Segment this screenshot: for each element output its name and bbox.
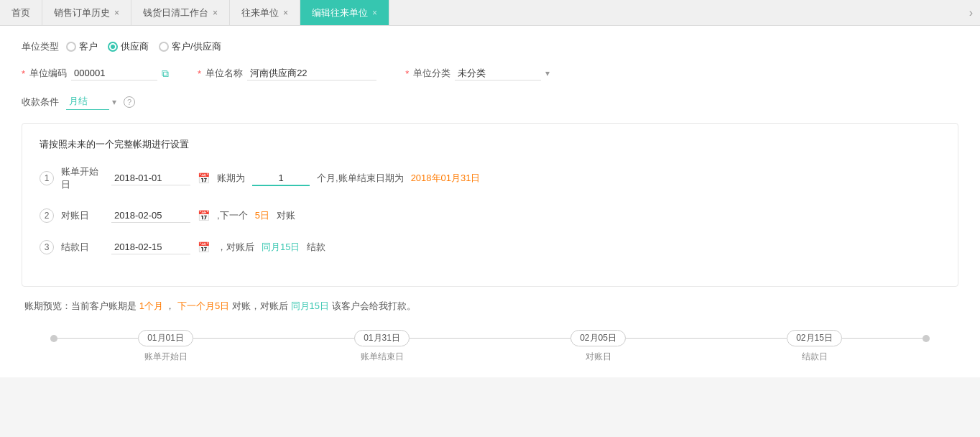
tab-edit-partner[interactable]: 编辑往来单位 × — [300, 0, 389, 25]
unit-info-row: * 单位编码 ⧉ * 单位名称 * 单位分类 ▾ — [22, 66, 958, 80]
timeline-node-3: 02月15日 — [787, 330, 842, 346]
period-start-label: 账单开始日 — [61, 165, 104, 191]
period-payment-prefix: ，对账后 — [217, 241, 254, 254]
period-num-2: 2 — [40, 208, 54, 223]
preview-part2: 下一个月5日 — [177, 300, 229, 311]
unit-category-dropdown-icon[interactable]: ▾ — [545, 68, 550, 78]
timeline-tag-0: 01月01日 — [138, 330, 193, 346]
unit-type-label: 单位类型 — [22, 40, 59, 53]
radio-supplier[interactable]: 供应商 — [108, 40, 149, 53]
period-num-3: 3 — [40, 240, 54, 254]
payment-condition-label: 收款条件 — [22, 96, 59, 109]
period-start-calendar-icon[interactable]: 📅 — [198, 172, 210, 184]
tab-home[interactable]: 首页 — [0, 0, 42, 25]
tab-edit-partner-label: 编辑往来单位 — [312, 6, 368, 19]
timeline-node-2: 02月05日 — [570, 330, 626, 346]
period-payment-label: 结款日 — [61, 241, 104, 254]
tl-label-3: 结款日 — [793, 351, 836, 363]
tab-partner-units-close[interactable]: × — [283, 8, 288, 18]
radio-customer-supplier-label: 客户/供应商 — [172, 40, 221, 53]
period-reconcile-suffix: 对账 — [277, 209, 295, 222]
tl-line-1 — [193, 338, 354, 339]
payment-condition-value[interactable]: 月结 — [66, 93, 109, 110]
unit-category-label: 单位分类 — [413, 67, 450, 80]
period-month-input[interactable] — [252, 171, 310, 186]
timeline-labels-row: 账单开始日 账单结束日 对账日 结款日 — [50, 351, 930, 363]
tab-edit-partner-close[interactable]: × — [372, 8, 377, 18]
tab-sales-history-close[interactable]: × — [114, 8, 119, 18]
tl-label-1: 账单结束日 — [361, 351, 404, 363]
tab-sales-history[interactable]: 销售订单历史 × — [42, 0, 131, 25]
period-payment-date-input[interactable] — [111, 240, 190, 254]
unit-category-field: * 单位分类 ▾ — [405, 66, 550, 80]
payment-condition-row: 收款条件 月结 ▾ ? — [22, 93, 958, 110]
main-content: 单位类型 客户 供应商 客户/供应商 * 单位编码 ⧉ * 单位名称 — [0, 26, 980, 377]
tab-sales-history-label: 销售订单历史 — [54, 6, 110, 19]
timeline-node-1: 01月31日 — [354, 330, 410, 346]
timeline-container: 01月01日 01月31日 02月05日 02月15日 — [22, 330, 958, 363]
period-reconcile-label: 对账日 — [61, 209, 104, 222]
period-settings-box: 请按照未来的一个完整帐期进行设置 1 账单开始日 📅 账期为 个月,账单结束日期… — [22, 123, 958, 287]
tab-cash-work[interactable]: 钱货日清工作台 × — [131, 0, 230, 25]
tl-label-2: 对账日 — [577, 351, 620, 363]
tab-more-button[interactable]: › — [962, 0, 980, 25]
radio-customer-label: 客户 — [79, 40, 98, 53]
period-start-date-input[interactable] — [111, 171, 190, 185]
period-row-3: 3 结款日 📅 ，对账后 同月15日 结款 — [40, 240, 940, 254]
period-row-1: 1 账单开始日 📅 账期为 个月,账单结束日期为 2018年01月31日 — [40, 165, 940, 191]
preview-section: 账期预览：当前客户账期是 1个月 ， 下一个月5日 对账，对账后 同月15日 该… — [22, 300, 958, 313]
tab-partner-units[interactable]: 往来单位 × — [230, 0, 300, 25]
unit-name-label: 单位名称 — [205, 67, 243, 80]
timeline-node-0: 01月01日 — [138, 330, 193, 346]
radio-customer-supplier-circle — [159, 42, 169, 52]
timeline-right-dot — [923, 335, 930, 342]
tl-line-3 — [626, 338, 787, 339]
tl-line-2 — [410, 338, 570, 339]
period-reconcile-calendar-icon[interactable]: 📅 — [198, 210, 210, 221]
preview-part3: 同月15日 — [291, 300, 329, 311]
period-reconcile-prefix: ,下一个 — [217, 209, 248, 222]
period-reconcile-highlight: 5日 — [255, 209, 269, 222]
timeline-tag-3: 02月15日 — [787, 330, 842, 346]
tab-cash-work-close[interactable]: × — [213, 8, 218, 18]
radio-customer[interactable]: 客户 — [66, 40, 98, 53]
tl-line-0 — [57, 338, 138, 339]
period-payment-highlight: 同月15日 — [262, 241, 300, 254]
unit-code-input[interactable] — [71, 66, 157, 80]
preview-suffix: 该客户会给我打款。 — [332, 300, 416, 311]
timeline-tags-row: 01月01日 01月31日 02月05日 02月15日 — [50, 330, 930, 346]
copy-icon[interactable]: ⧉ — [162, 68, 169, 80]
preview-part1: 1个月 — [139, 300, 163, 311]
unit-code-field: * 单位编码 ⧉ — [22, 66, 169, 80]
radio-supplier-label: 供应商 — [121, 40, 149, 53]
chevron-right-icon: › — [969, 6, 973, 19]
radio-customer-circle — [66, 42, 76, 52]
timeline-tag-1: 01月31日 — [354, 330, 410, 346]
period-payment-calendar-icon[interactable]: 📅 — [198, 242, 210, 253]
preview-prefix: 账期预览：当前客户账期是 — [24, 300, 137, 311]
unit-name-required: * — [198, 68, 201, 79]
period-start-end-text: 个月,账单结束日期为 — [317, 172, 404, 185]
unit-code-label: 单位编码 — [29, 67, 67, 80]
unit-category-required: * — [405, 68, 409, 79]
timeline-label-2: 对账日 — [586, 351, 611, 363]
timeline-tag-2: 02月05日 — [570, 330, 626, 346]
unit-type-radio-group: 客户 供应商 客户/供应商 — [66, 40, 221, 53]
tab-home-label: 首页 — [11, 6, 30, 19]
timeline-label-1: 账单结束日 — [361, 351, 404, 363]
payment-condition-select[interactable]: 月结 ▾ — [66, 93, 116, 110]
payment-condition-help-icon[interactable]: ? — [124, 96, 135, 108]
preview-sep2: 对账，对账后 — [232, 300, 288, 311]
unit-type-row: 单位类型 客户 供应商 客户/供应商 — [22, 40, 958, 53]
payment-condition-dropdown-icon[interactable]: ▾ — [112, 97, 116, 107]
period-row-2: 2 对账日 📅 ,下一个 5日 对账 — [40, 208, 940, 223]
radio-customer-supplier[interactable]: 客户/供应商 — [159, 40, 221, 53]
unit-name-input[interactable] — [247, 66, 376, 80]
tl-label-0: 账单开始日 — [144, 351, 188, 363]
tab-cash-work-label: 钱货日清工作台 — [143, 6, 208, 19]
period-reconcile-date-input[interactable] — [111, 208, 190, 223]
timeline-label-3: 结款日 — [802, 351, 828, 363]
timeline-label-0: 账单开始日 — [144, 351, 188, 363]
tab-bar: 首页 销售订单历史 × 钱货日清工作台 × 往来单位 × 编辑往来单位 × › — [0, 0, 980, 26]
unit-category-input[interactable] — [455, 66, 541, 80]
